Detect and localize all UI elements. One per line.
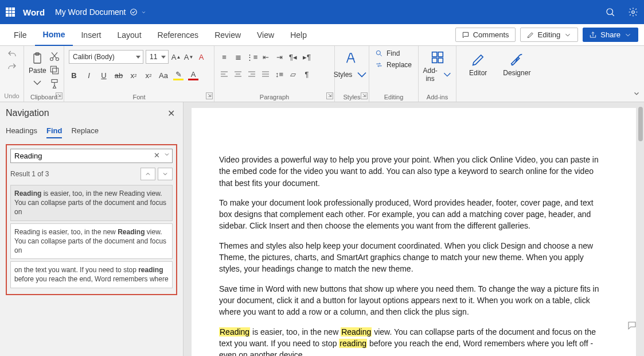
font-group: Calibri (Body) 11 A▲ A▼ A B I U ab x2 x2…	[64, 46, 214, 102]
align-center-button[interactable]	[233, 69, 243, 79]
svg-rect-14	[438, 58, 443, 63]
comment-indicator-icon[interactable]	[626, 320, 638, 331]
replace-button[interactable]: Replace	[375, 61, 412, 69]
collapse-ribbon-icon[interactable]	[633, 90, 641, 99]
shrink-font-icon[interactable]: A▼	[184, 52, 194, 62]
undo-label: Undo	[4, 92, 19, 99]
line-spacing-button[interactable]: ↕≡	[274, 69, 284, 79]
paragraph[interactable]: Save time in Word with new buttons that …	[219, 283, 608, 318]
comments-button[interactable]: Comments	[455, 28, 516, 42]
close-icon[interactable]: ✕	[167, 108, 175, 119]
clear-search-icon[interactable]: ✕	[154, 151, 160, 160]
redo-icon[interactable]	[7, 62, 17, 72]
undo-icon[interactable]	[7, 49, 17, 60]
designer-button[interactable]: Designer	[495, 48, 538, 102]
copy-icon[interactable]	[49, 64, 60, 76]
highlight: Reading	[341, 327, 372, 336]
tab-insert[interactable]: Insert	[73, 24, 109, 46]
search-result-item[interactable]: Reading is easier, too, in the new Readi…	[10, 223, 173, 260]
document-title[interactable]: My Word Document	[55, 7, 146, 17]
nav-tab-headings[interactable]: Headings	[6, 126, 37, 138]
nav-tab-replace[interactable]: Replace	[71, 126, 99, 138]
scrollbar-thumb[interactable]	[638, 107, 643, 141]
clipboard-dialog-launcher[interactable]: ⇲	[56, 92, 63, 99]
ltr-button[interactable]: ¶◂	[288, 52, 298, 62]
search-results-list: Reading is easier, too, in the new Readi…	[10, 185, 173, 288]
prev-result-button[interactable]	[140, 168, 155, 180]
tab-help[interactable]: Help	[282, 24, 315, 46]
paragraph[interactable]: To make your document look professionall…	[219, 197, 608, 232]
svg-rect-8	[50, 66, 56, 72]
superscript-button[interactable]: x2	[143, 70, 154, 80]
subscript-button[interactable]: x2	[128, 70, 139, 80]
navigation-title: Navigation	[6, 108, 177, 118]
editor-button[interactable]: Editor	[461, 48, 495, 102]
addins-icon[interactable]	[430, 49, 446, 65]
tab-view[interactable]: View	[249, 24, 282, 46]
share-button[interactable]: Share	[583, 28, 638, 42]
bullets-button[interactable]: ≡	[219, 52, 229, 62]
editing-mode-button[interactable]: Editing	[520, 28, 579, 42]
justify-button[interactable]	[260, 69, 271, 79]
app-launcher-icon[interactable]	[6, 7, 15, 17]
shading-button[interactable]: ▱	[288, 69, 298, 79]
search-input[interactable]	[10, 149, 173, 163]
cut-icon[interactable]	[49, 51, 60, 62]
clipboard-group: Paste Clipboard ⇲	[24, 46, 64, 102]
addins-button[interactable]: Add-ins	[421, 67, 453, 83]
document-area[interactable]: Video provides a powerful way to help yo…	[184, 102, 644, 356]
font-size-dropdown[interactable]: 11	[146, 50, 169, 64]
paragraph-dialog-launcher[interactable]: ⇲	[326, 92, 333, 99]
svg-point-0	[130, 9, 136, 16]
tab-layout[interactable]: Layout	[109, 24, 149, 46]
font-name-dropdown[interactable]: Calibri (Body)	[69, 50, 143, 64]
grow-font-icon[interactable]: A▲	[171, 52, 181, 62]
font-color-button[interactable]: A	[188, 70, 198, 80]
align-left-button[interactable]	[219, 69, 229, 79]
align-right-button[interactable]	[247, 69, 257, 79]
tab-home[interactable]: Home	[35, 24, 73, 46]
svg-point-10	[376, 51, 380, 55]
svg-rect-9	[52, 80, 57, 83]
numbering-button[interactable]: ≣	[233, 52, 243, 62]
bold-button[interactable]: B	[69, 70, 79, 80]
rtl-button[interactable]: ▸¶	[302, 52, 312, 62]
nav-tab-find[interactable]: Find	[46, 126, 62, 138]
search-options-icon[interactable]	[163, 151, 170, 160]
next-result-button[interactable]	[158, 168, 173, 180]
paste-button[interactable]: Paste	[29, 51, 46, 91]
tab-review[interactable]: Review	[206, 24, 249, 46]
find-button[interactable]: Find	[375, 49, 412, 57]
styles-dialog-launcher[interactable]: ⇲	[361, 92, 368, 99]
document-body[interactable]: Video provides a powerful way to help yo…	[219, 154, 608, 356]
decrease-indent-button[interactable]: ⇤	[260, 52, 271, 62]
settings-icon[interactable]	[628, 7, 638, 17]
search-result-item[interactable]: on the text you want. If you need to sto…	[10, 261, 173, 288]
svg-point-1	[607, 9, 613, 15]
styles-group: Styles Styles ⇲	[335, 46, 369, 102]
italic-button[interactable]: I	[84, 70, 94, 80]
clear-formatting-icon[interactable]: A	[196, 52, 206, 62]
paragraph[interactable]: Reading is easier, too, in the new Readi…	[219, 326, 608, 356]
tab-references[interactable]: References	[150, 24, 207, 46]
search-icon[interactable]	[605, 7, 615, 17]
svg-rect-13	[432, 58, 436, 63]
styles-icon[interactable]	[344, 49, 360, 65]
font-dialog-launcher[interactable]: ⇲	[206, 92, 213, 99]
show-marks-button[interactable]: ¶	[302, 69, 312, 79]
increase-indent-button[interactable]: ⇥	[274, 52, 284, 62]
multilevel-list-button[interactable]: ⋮≡	[247, 52, 257, 62]
underline-button[interactable]: U	[99, 70, 109, 80]
format-painter-icon[interactable]	[49, 78, 60, 90]
paragraph-group: ≡ ≣ ⋮≡ ⇤ ⇥ ¶◂ ▸¶ ↕≡ ▱ ¶ Paragraph ⇲	[214, 46, 335, 102]
tab-file[interactable]: File	[6, 24, 35, 46]
navigation-tabs: Headings Find Replace	[6, 126, 177, 138]
change-case-button[interactable]: Aa	[158, 70, 169, 80]
ribbon-tabs: File Home Insert Layout References Revie…	[0, 24, 644, 46]
strikethrough-button[interactable]: ab	[114, 70, 124, 80]
paragraph[interactable]: Themes and styles also help keep your do…	[219, 240, 608, 275]
paragraph[interactable]: Video provides a powerful way to help yo…	[219, 154, 608, 189]
search-result-item[interactable]: Reading is easier, too, in the new Readi…	[10, 185, 173, 221]
styles-button[interactable]: Styles	[334, 67, 370, 83]
highlight-button[interactable]: ✎	[173, 70, 184, 80]
